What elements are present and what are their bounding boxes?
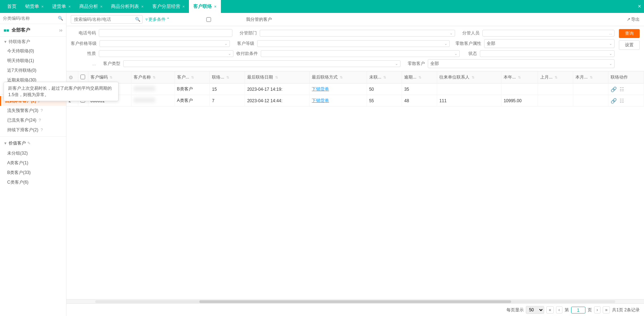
sort-type-icon[interactable]: ⇅ [191, 75, 194, 79]
status-select[interactable]: ⌄ [480, 50, 615, 57]
query-button[interactable]: 查询 [619, 29, 640, 38]
nav-item-home[interactable]: 首页 [3, 0, 21, 13]
sidebar-all-customers-header[interactable]: ■■ 全部客户 ›› [0, 24, 66, 37]
export-button[interactable]: ↗ 导出 [627, 16, 640, 23]
customer-type-select[interactable]: ⌄ [123, 60, 400, 67]
continuous-down-info-icon[interactable]: ? [41, 128, 43, 132]
customer-type-chevron-icon: ⌄ [395, 62, 398, 66]
sort-last-month-icon[interactable]: ⇅ [555, 75, 557, 79]
row2-link-icon[interactable]: 🔗 [611, 98, 617, 104]
nav-close-analysis-list[interactable]: × [141, 4, 143, 9]
loss-warning-info-icon[interactable]: ? [41, 108, 43, 113]
nav-item-customer-tier[interactable]: 客户分层经营 × [148, 0, 189, 13]
sidebar-item-c-class[interactable]: C类客户(6) [0, 178, 66, 187]
sidebar: 🔍 ■■ 全部客户 ›› ▼ 待联络客户 今天待联络(0) 明天待联络(1) 近… [0, 13, 66, 316]
export-label: 导出 [631, 16, 640, 23]
nav-close-customer-tier[interactable]: × [182, 4, 185, 9]
column-settings-icon[interactable]: ⚙ [69, 75, 73, 80]
row1-last-method: 下销货单 [310, 84, 367, 95]
row2-method-link[interactable]: 下销货单 [312, 98, 329, 103]
person-more-icon: ... [609, 31, 612, 35]
retail-attr-chevron-icon: ⌄ [609, 42, 612, 46]
sidebar-item-tomorrow[interactable]: 明天待联络(1) [0, 56, 66, 66]
sort-this-month-icon[interactable]: ⇅ [590, 75, 593, 79]
nav-item-purchase[interactable]: 进货单 × [48, 0, 75, 13]
nav-label-home: 首页 [7, 3, 17, 10]
row1-last-month [538, 84, 573, 95]
customer-level-select[interactable]: ⌄ [257, 40, 450, 47]
sidebar-item-today[interactable]: 今天待联络(0) [0, 46, 66, 56]
sort-this-year-icon[interactable]: ⇅ [518, 75, 521, 79]
sidebar-group-value[interactable]: ▼ 价值客户 ✎ [0, 138, 66, 148]
price-level-select[interactable]: ⌄ [99, 40, 230, 47]
row1-link-icon[interactable]: 🔗 [611, 86, 617, 92]
nav-item-analysis[interactable]: 商品分析 × [75, 0, 107, 13]
row2-grid-icon[interactable]: ☷ [620, 98, 624, 104]
value-edit-icon[interactable]: ✎ [27, 141, 31, 146]
sidebar-item-continuous-down[interactable]: 持续下滑客户(2) ? [0, 125, 66, 135]
row2-actions: 🔗 ☷ [608, 95, 644, 107]
pay-select[interactable]: ⌄ [261, 50, 460, 57]
retail-attr-select[interactable]: 全部 ⌄ [484, 39, 615, 48]
advanced-filter-panel: 电话号码 分管部门 ⌄ 分管人员 ... [66, 26, 644, 71]
main-search-icon[interactable]: 🔍 [135, 17, 140, 22]
nav-close-customer-contact[interactable]: × [214, 4, 216, 9]
arrow-down-icon: ▼ [4, 40, 7, 44]
sort-contact-count-icon[interactable]: ⇅ [226, 75, 229, 79]
sidebar-item-already-lost[interactable]: 已流失客户(24) ? [0, 115, 66, 125]
phone-input[interactable] [99, 29, 232, 37]
nav-close-sales[interactable]: × [41, 4, 43, 9]
page-next-button[interactable]: › [594, 306, 601, 313]
sidebar-item-b-class[interactable]: B类客户(33) [0, 168, 66, 178]
page-first-button[interactable]: « [546, 306, 554, 313]
page-prev-button[interactable]: ‹ [556, 306, 562, 313]
sidebar-item-a-class[interactable]: A类客户(1) [0, 158, 66, 168]
nav-close-analysis[interactable]: × [100, 4, 102, 9]
sidebar-collapse-button[interactable]: ›› [59, 27, 62, 33]
already-lost-info-icon[interactable]: ? [39, 118, 41, 122]
settings-button[interactable]: 设置 [619, 40, 640, 50]
sidebar-search-input[interactable] [3, 16, 58, 21]
current-page-input[interactable] [571, 307, 585, 313]
horizontal-scrollbar[interactable] [66, 299, 644, 303]
more-conditions-button[interactable]: ▿ 更多条件 ⌃ [145, 16, 170, 23]
page-last-button[interactable]: » [603, 306, 610, 313]
gender-select[interactable]: ⌄ [99, 50, 233, 57]
nav-close-all-button[interactable]: × [638, 3, 641, 10]
sort-last-date-icon[interactable]: ⇅ [275, 75, 278, 79]
grid-icon: ■■ [4, 28, 9, 33]
retail-customer-select[interactable]: 全部 ⌄ [428, 59, 615, 68]
scrollbar-thumb[interactable] [199, 300, 511, 303]
sort-last-method-icon[interactable]: ⇅ [340, 75, 343, 79]
sort-contact-person-icon[interactable]: ⇅ [472, 75, 474, 79]
nav-item-customer-contact[interactable]: 客户联络 × [189, 0, 221, 13]
row2-this-year: 10995.00 [501, 95, 538, 107]
per-page-select[interactable]: 50 20 100 [526, 306, 544, 314]
sort-overdue-icon[interactable]: ⇅ [418, 75, 421, 79]
status-chevron-icon: ⌄ [609, 52, 612, 56]
col-last-method: 最后联络方式 ⇅ [310, 71, 367, 84]
retail-customer-label: 零散客户 [403, 61, 425, 67]
nav-item-analysis-list[interactable]: 商品分析列表 × [107, 0, 148, 13]
main-search-input[interactable] [71, 15, 143, 24]
row1-grid-icon[interactable]: ☷ [620, 86, 624, 92]
person-select[interactable]: ... [482, 30, 615, 37]
sidebar-item-unclassified[interactable]: 未分组(32) [0, 148, 66, 158]
continuous-down-label: 持续下滑客户(2) [7, 127, 38, 132]
sidebar-item-loss-warning[interactable]: 流失预警客户(3) ? [0, 106, 66, 115]
my-customers-checkbox[interactable] [173, 17, 245, 22]
nav-close-purchase[interactable]: × [68, 4, 70, 9]
sidebar-group-pending[interactable]: ▼ 待联络客户 [0, 37, 66, 46]
sort-uncontacted-icon[interactable]: ⇅ [383, 75, 386, 79]
sidebar-item-7days[interactable]: 近7天待联络(0) [0, 66, 66, 75]
sort-name-icon[interactable]: ⇅ [153, 75, 156, 79]
scrollbar-track [95, 300, 615, 303]
more-filter-btn[interactable]: ... [71, 61, 96, 66]
customer-level-chevron-icon: ⌄ [444, 42, 447, 46]
row1-method-link[interactable]: 下销货单 [312, 86, 329, 91]
select-all-checkbox[interactable] [80, 75, 85, 79]
nav-item-sales[interactable]: 销货单 × [21, 0, 48, 13]
dept-select[interactable]: ⌄ [260, 30, 455, 37]
sort-code-icon[interactable]: ⇅ [110, 75, 112, 79]
sidebar-search-icon[interactable]: 🔍 [58, 16, 63, 21]
